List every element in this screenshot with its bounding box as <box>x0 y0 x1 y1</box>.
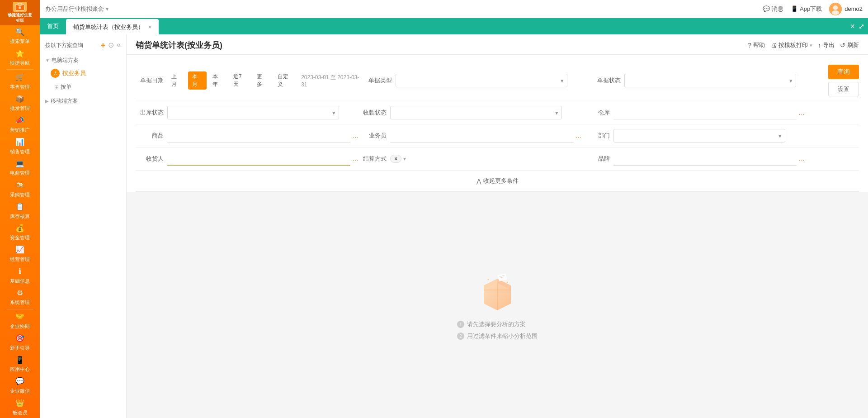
sidebar-item-enterprise[interactable]: 🤝 企业协同 <box>0 310 40 332</box>
recipient-input[interactable] <box>167 152 350 166</box>
app-name: 畅捷通好生意 <box>8 13 32 18</box>
payment-dropdown-icon[interactable]: ▾ <box>403 156 406 162</box>
basic-icon: ℹ <box>15 267 24 276</box>
collapse-button[interactable]: ⋀ 收起更多条件 <box>476 174 519 188</box>
query-button[interactable]: 查询 <box>828 65 859 79</box>
add-scheme-icon[interactable]: + <box>101 41 106 50</box>
sidebar-item-weixin[interactable]: 💬 企业微信 <box>0 375 40 397</box>
sidebar-item-sales[interactable]: 📊 销售管理 <box>0 135 40 157</box>
left-panel-icons: + ⊙ « <box>101 41 121 50</box>
print-dropdown-icon[interactable]: ▾ <box>810 43 812 48</box>
sidebar-item-member[interactable]: 👑 畅会员 <box>0 396 40 418</box>
dept-select-wrapper <box>613 129 785 142</box>
salesperson-input[interactable] <box>390 129 573 142</box>
tab-close-window-icon[interactable]: × <box>850 22 855 31</box>
scheme-sub-item[interactable]: ⊞ 按单 <box>40 81 126 94</box>
date-controls: 上月 本月 本年 近7天 更多 自定义 2023-03-01 至 2023-03… <box>167 71 364 90</box>
sidebar-item-appcenter[interactable]: 📱 应用中心 <box>0 353 40 375</box>
tab-home[interactable]: 首页 <box>40 18 66 34</box>
sub-icon: ⊞ <box>54 84 59 90</box>
empty-illustration <box>475 270 520 315</box>
sidebar-item-label: 批发管理 <box>10 105 30 112</box>
app-download-label: App下载 <box>800 5 822 13</box>
user-area[interactable]: demo2 <box>829 3 863 15</box>
filter-goods-group: 商品 … <box>136 129 359 142</box>
main-area: 办公用品行业模拟账套 ▾ 💬 消息 📱 App下载 de <box>40 0 868 418</box>
message-button[interactable]: 💬 消息 <box>763 5 783 13</box>
filter-collapse-bar: ⋀ 收起更多条件 <box>136 171 859 192</box>
goods-dots[interactable]: … <box>352 132 359 139</box>
scheme-item-salesperson[interactable]: 人 按业务员 <box>40 66 126 81</box>
top-bar: 办公用品行业模拟账套 ▾ 💬 消息 📱 App下载 de <box>40 0 868 18</box>
tab-close-icon[interactable]: × <box>148 24 151 30</box>
filter-doctype-group: 单据类型 <box>364 74 592 87</box>
warehouse-input[interactable] <box>613 106 797 119</box>
collect-select[interactable] <box>390 106 562 119</box>
marketing-icon: 📣 <box>15 116 24 125</box>
payment-label: 结算方式 <box>359 155 390 163</box>
right-panel: 销货单统计表(按业务员) ? 帮助 🖨 按模板打印 ▾ ↑ 导出 <box>127 34 868 418</box>
goods-input[interactable] <box>167 129 350 142</box>
filter-row-4: 收货人 … 结算方式 × ▾ <box>136 147 859 171</box>
dept-select[interactable] <box>613 129 785 142</box>
mobile-scheme-arrow[interactable]: ▶ <box>45 99 49 104</box>
sidebar-item-ecommerce[interactable]: 💻 电商管理 <box>0 157 40 179</box>
breadcrumb-dropdown-icon[interactable]: ▾ <box>106 6 108 12</box>
app-download-button[interactable]: 📱 App下载 <box>791 5 822 13</box>
app-download-icon: 📱 <box>791 5 798 12</box>
sidebar-item-label: 电商管理 <box>10 170 30 176</box>
date-btn-7days[interactable]: 近7天 <box>229 71 251 90</box>
sidebar-item-operation[interactable]: 📈 经营管理 <box>0 243 40 265</box>
sidebar-item-wholesale[interactable]: 📦 批发管理 <box>0 92 40 114</box>
date-btn-this-year[interactable]: 本年 <box>208 71 227 90</box>
tip-2-num: 2 <box>457 332 464 340</box>
sidebar-item-system[interactable]: ⚙ 系统管理 <box>0 286 40 308</box>
sidebar-item-label: 基础信息 <box>10 278 30 285</box>
date-btn-last-month[interactable]: 上月 <box>167 71 186 90</box>
username-label: demo2 <box>844 5 863 12</box>
export-button[interactable]: ↑ 导出 <box>818 41 835 49</box>
sidebar-item-quick-nav[interactable]: ⭐ 快捷导航 <box>0 47 40 69</box>
sidebar-item-search[interactable]: 🔍 搜索菜单 <box>0 25 40 47</box>
sidebar-item-basic[interactable]: ℹ 基础信息 <box>0 265 40 286</box>
settings-button[interactable]: 设置 <box>828 82 859 96</box>
sidebar-item-label: 经营管理 <box>10 256 30 263</box>
payment-tag-close[interactable]: × <box>394 156 397 162</box>
svg-rect-1 <box>18 3 22 5</box>
sidebar-item-inventory[interactable]: 📋 库存核算 <box>0 200 40 222</box>
refresh-scheme-icon[interactable]: ⊙ <box>108 41 114 50</box>
sidebar-item-marketing[interactable]: 📣 营销推广 <box>0 114 40 136</box>
mobile-scheme-section: ▶ 移动端方案 <box>40 95 126 107</box>
tab-active[interactable]: 销货单统计表（按业务员） × <box>66 19 159 35</box>
outbound-label: 出库状态 <box>136 109 167 117</box>
brand-dots[interactable]: … <box>798 155 805 162</box>
date-btn-more[interactable]: 更多 <box>253 71 272 90</box>
doctype-label: 单据类型 <box>364 76 396 85</box>
brand-input[interactable] <box>613 152 797 166</box>
wholesale-icon: 📦 <box>15 94 24 103</box>
sidebar-item-newuser[interactable]: 🎯 新手引导 <box>0 332 40 353</box>
active-tab-label: 销货单统计表（按业务员） <box>73 23 144 31</box>
salesperson-dots[interactable]: … <box>576 132 582 139</box>
sidebar-item-finance[interactable]: 💰 资金管理 <box>0 222 40 243</box>
empty-state: 1 请先选择要分析的方案 2 用过滤条件来缩小分析范围 <box>127 192 868 418</box>
date-btn-this-month[interactable]: 本月 <box>188 71 207 90</box>
date-btn-custom[interactable]: 自定义 <box>274 71 297 90</box>
pc-scheme-arrow[interactable]: ▼ <box>45 58 50 63</box>
sidebar-item-purchase[interactable]: 🛍 采购管理 <box>0 179 40 200</box>
doctype-select[interactable] <box>396 74 567 87</box>
logo-icon <box>13 2 27 12</box>
print-button[interactable]: 🖨 按模板打印 ▾ <box>770 41 812 49</box>
sidebar-item-retail[interactable]: 🛒 零售管理 <box>0 71 40 92</box>
recipient-dots[interactable]: … <box>352 155 359 162</box>
help-button[interactable]: ? 帮助 <box>748 41 765 49</box>
outbound-select[interactable] <box>167 106 339 119</box>
svg-point-5 <box>832 10 839 15</box>
collapse-panel-icon[interactable]: « <box>117 41 121 50</box>
refresh-button[interactable]: ↺ 刷新 <box>840 41 859 49</box>
search-icon: 🔍 <box>15 27 24 36</box>
warehouse-dots[interactable]: … <box>798 109 805 116</box>
docstatus-select[interactable] <box>624 74 796 87</box>
maximize-icon[interactable]: ⤢ <box>859 22 864 31</box>
sidebar: 畅捷通好生意 标版 🔍 搜索菜单 ⭐ 快捷导航 🛒 零售管理 📦 批发管理 📣 … <box>0 0 40 418</box>
